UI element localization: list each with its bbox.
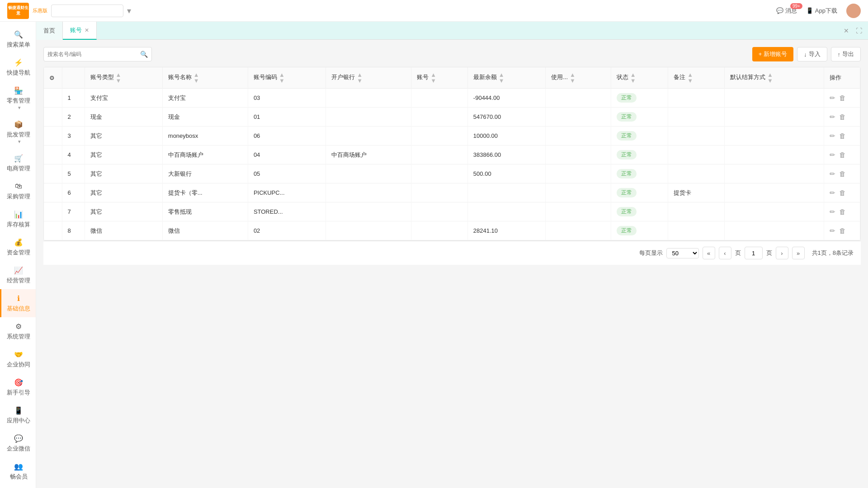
sidebar-item-enterprise[interactable]: 🤝 企业协同 (0, 345, 36, 373)
delete-btn[interactable]: 🗑 (839, 189, 846, 197)
edit-btn[interactable]: ✏ (830, 151, 835, 159)
row-account-code: 03 (248, 89, 326, 108)
edit-btn[interactable]: ✏ (830, 189, 835, 197)
col-account-code[interactable]: 账号编码▲▼ (248, 67, 326, 89)
page-content: 🔍 + 新增账号 ↓ 导入 ↑ 导出 (36, 40, 868, 488)
row-latest-balance: 10000.00 (467, 127, 545, 145)
row-bank (326, 221, 411, 240)
sidebar-item-guide[interactable]: 🎯 新手引导 (0, 373, 36, 401)
row-account-code: PICKUPC... (248, 183, 326, 202)
row-account-type: 其它 (85, 164, 162, 183)
sidebar-item-wholesale[interactable]: 📦 批发管理 ▾ (0, 115, 36, 149)
row-account-type: 其它 (85, 127, 162, 145)
col-remark[interactable]: 备注▲▼ (668, 67, 725, 89)
col-usage[interactable]: 使用...▲▼ (546, 67, 611, 89)
search-input[interactable] (47, 51, 140, 57)
tab-maximize-btn[interactable]: ⛶ (854, 25, 864, 36)
edit-btn[interactable]: ✏ (830, 208, 835, 216)
col-status[interactable]: 状态▲▼ (611, 67, 668, 89)
operations-icon: 📈 (14, 266, 23, 275)
top-search-input[interactable] (51, 5, 123, 17)
message-button[interactable]: 💬 消息 99+ (776, 7, 797, 15)
row-usage (546, 183, 611, 202)
row-account-no (411, 108, 468, 127)
edit-btn[interactable]: ✏ (830, 170, 835, 178)
delete-btn[interactable]: 🗑 (839, 170, 846, 178)
row-account-name: 提货卡（零... (162, 183, 248, 202)
row-account-code: 02 (248, 221, 326, 240)
sidebar-item-operations[interactable]: 📈 经营管理 (0, 261, 36, 289)
sidebar-item-finance[interactable]: 💰 资金管理 (0, 233, 36, 261)
tab-close-btn[interactable]: ✕ (841, 25, 852, 36)
page-input[interactable] (745, 247, 763, 259)
row-latest-balance: 547670.00 (467, 108, 545, 127)
wholesale-icon: 📦 (14, 120, 23, 129)
delete-btn[interactable]: 🗑 (839, 151, 846, 159)
sidebar: 🔍 搜索菜单 ⚡ 快捷导航 🏪 零售管理 ▾ 📦 批发管理 ▾ 🛒 电商管理 🛍… (0, 22, 36, 488)
row-account-no (411, 183, 468, 202)
retail-arrow: ▾ (18, 105, 21, 111)
page-last-btn[interactable]: » (792, 247, 805, 259)
row-status: 正常 (611, 89, 668, 108)
table-row: 7 其它 零售抵现 STORED... 正常 ✏ 🗑 (44, 202, 860, 221)
top-search-dropdown[interactable]: ▾ (127, 6, 131, 16)
page-next-btn[interactable]: › (776, 247, 788, 259)
row-default-settlement (724, 164, 824, 183)
page-prev-btn[interactable]: ‹ (719, 247, 731, 259)
import-button[interactable]: ↓ 导入 (797, 47, 827, 61)
row-no: 8 (62, 221, 85, 240)
search-icon: 🔍 (140, 51, 148, 58)
sidebar-item-ecommerce[interactable]: 🛒 电商管理 (0, 149, 36, 177)
sidebar-item-wechat[interactable]: 💬 企业微信 (0, 429, 36, 457)
sidebar-item-search-menu[interactable]: 🔍 搜索菜单 (0, 25, 36, 53)
sidebar-item-member[interactable]: 👥 畅会员 (0, 457, 36, 485)
logo: 畅捷通财生意 (7, 3, 29, 19)
sidebar-item-basic-info[interactable]: ℹ 基础信息 (0, 289, 36, 317)
col-account-name[interactable]: 账号名称▲▼ (162, 67, 248, 89)
add-account-button[interactable]: + 新增账号 (752, 47, 793, 61)
row-remark (668, 202, 725, 221)
tab-home[interactable]: 首页 (36, 22, 63, 40)
delete-btn[interactable]: 🗑 (839, 227, 846, 235)
logo-subtitle: 乐惠版 (33, 7, 47, 14)
delete-btn[interactable]: 🗑 (839, 132, 846, 140)
row-account-name: moneybosx (162, 127, 248, 145)
app-download-button[interactable]: 📱 App下载 (806, 7, 837, 15)
avatar[interactable] (846, 4, 861, 18)
sidebar-item-system[interactable]: ⚙ 系统管理 (0, 317, 36, 345)
edit-btn[interactable]: ✏ (830, 94, 835, 102)
row-account-no (411, 89, 468, 108)
row-account-no (411, 221, 468, 240)
col-bank[interactable]: 开户银行▲▼ (326, 67, 411, 89)
sidebar-item-retail[interactable]: 🏪 零售管理 ▾ (0, 81, 36, 115)
col-account-type[interactable]: 账号类型▲▼ (85, 67, 162, 89)
col-latest-balance[interactable]: 最新余额▲▼ (467, 67, 545, 89)
edit-btn[interactable]: ✏ (830, 227, 835, 235)
row-account-type: 支付宝 (85, 89, 162, 108)
row-usage (546, 145, 611, 164)
tab-accounts[interactable]: 账号 ✕ (63, 22, 97, 40)
delete-btn[interactable]: 🗑 (839, 208, 846, 216)
edit-btn[interactable]: ✏ (830, 113, 835, 121)
col-account-no[interactable]: 账号▲▼ (411, 67, 468, 89)
page-first-btn[interactable]: « (703, 247, 715, 259)
sidebar-item-purchase[interactable]: 🛍 采购管理 (0, 177, 36, 205)
export-button[interactable]: ↑ 导出 (831, 47, 861, 61)
row-account-name: 零售抵现 (162, 202, 248, 221)
per-page-select[interactable]: 50 20 100 (666, 248, 699, 258)
tab-accounts-close[interactable]: ✕ (85, 27, 89, 33)
sidebar-item-app-center[interactable]: 📱 应用中心 (0, 401, 36, 429)
delete-btn[interactable]: 🗑 (839, 94, 846, 102)
sidebar-item-quick-nav[interactable]: ⚡ 快捷导航 (0, 53, 36, 81)
row-account-type: 其它 (85, 145, 162, 164)
sidebar-item-inventory[interactable]: 📊 库存核算 (0, 205, 36, 233)
row-account-name: 现金 (162, 108, 248, 127)
row-usage (546, 164, 611, 183)
row-account-name: 中百商场账户 (162, 145, 248, 164)
edit-btn[interactable]: ✏ (830, 132, 835, 140)
col-settings[interactable]: ⚙ (44, 67, 62, 89)
col-default-settlement[interactable]: 默认结算方式▲▼ (724, 67, 824, 89)
row-default-settlement (724, 183, 824, 202)
delete-btn[interactable]: 🗑 (839, 113, 846, 121)
row-usage (546, 89, 611, 108)
